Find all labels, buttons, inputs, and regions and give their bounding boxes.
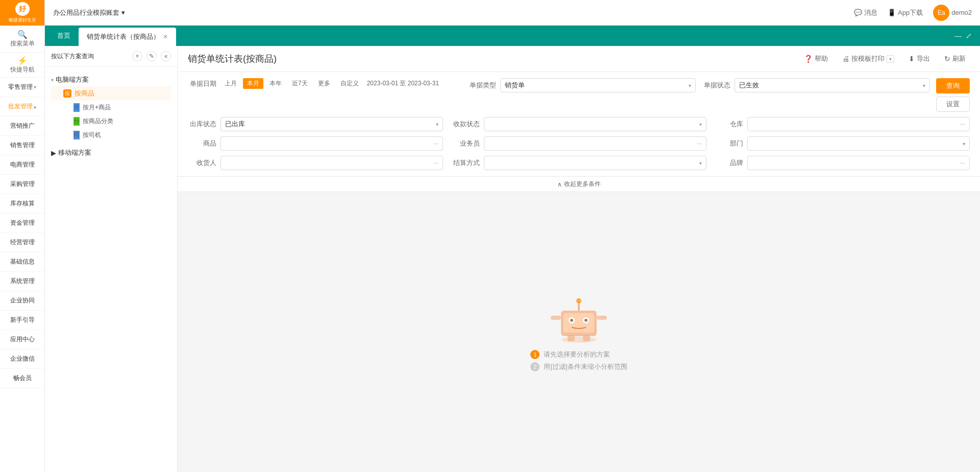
department-arrow: ▾ (963, 141, 965, 147)
sidebar-item-weixin[interactable]: 企业微信 (0, 349, 44, 369)
date-tab-last-month[interactable]: 上月 (220, 78, 241, 89)
svg-point-5 (570, 319, 573, 322)
sidebar-item-apps[interactable]: 应用中心 (0, 330, 44, 349)
date-filter: 上月 本月 本年 近7天 更多 自定义 2023-03-01 至 2023-03… (220, 78, 461, 89)
receiver-select[interactable]: ··· (220, 156, 443, 170)
sidebar-item-system[interactable]: 系统管理 (0, 272, 44, 291)
mobile-group-header[interactable]: ▶ 移动端方案 (51, 146, 171, 159)
date-tab-custom[interactable]: 自定义 (336, 78, 363, 89)
sidebar-item-member[interactable]: 畅会员 (0, 369, 44, 388)
filter-row-3: 商品 ··· 业务员 ··· 部门 (188, 136, 970, 151)
desktop-group-header[interactable]: ▾ 电脑端方案 (51, 73, 171, 86)
receiver-dots[interactable]: ··· (433, 159, 438, 167)
quick-nav[interactable]: ⚡ 快捷导航 (0, 53, 44, 78)
tabs-bar: 首页 销货单统计表（按商品） ✕ — ⤢ (45, 26, 980, 46)
doc-status-select[interactable]: 已生效 ▾ (734, 78, 930, 92)
brand-select[interactable]: ··· (747, 156, 970, 170)
department-label: 部门 (715, 139, 743, 148)
tab-home[interactable]: 首页 (49, 26, 79, 46)
sidebar-item-retail[interactable]: 零售管理 ▾ (0, 78, 44, 97)
sub-scheme-icon: 司 (74, 131, 80, 139)
page-title: 销货单统计表(按商品) (188, 53, 277, 65)
sidebar-item-ecommerce[interactable]: 电商管理 (0, 155, 44, 175)
empty-illustration (548, 293, 609, 344)
stock-status-select[interactable]: 已出库 ▾ (220, 117, 443, 131)
department-select[interactable]: ▾ (747, 136, 970, 151)
svg-rect-9 (551, 316, 561, 320)
brand-dots[interactable]: ··· (960, 159, 965, 167)
sidebar-item-purchase[interactable]: 采购管理 (0, 175, 44, 194)
date-tab-this-month[interactable]: 本月 (243, 78, 263, 89)
sidebar-item-basic[interactable]: 基础信息 (0, 252, 44, 272)
user-menu[interactable]: Ea demo2 (933, 5, 972, 21)
doc-type-arrow: ▾ (689, 83, 691, 88)
refresh-btn[interactable]: ↻ 刷新 (940, 52, 970, 65)
filter-row-4: 收货人 ··· 结算方式 ▾ 品牌 (188, 156, 970, 170)
logo-icon: 好 (15, 2, 30, 16)
tip-num-2: 2 (530, 362, 540, 371)
scheme-tree: ▾ 电脑端方案 按 按商品 月 按月+商品 分 按商品分类 (45, 67, 177, 166)
tab-close-icon[interactable]: ✕ (163, 33, 168, 40)
collapse-filters-btn[interactable]: ∧ 收起更多条件 (557, 180, 601, 188)
app-download-btn[interactable]: 📱 App下载 (888, 8, 923, 17)
warehouse-select[interactable]: ··· (747, 117, 970, 131)
sidebar-item-marketing[interactable]: 营销推广 (0, 116, 44, 136)
warehouse-group: 仓库 ··· (715, 117, 970, 131)
sidebar: 好 畅捷通好生意 🔍 搜索菜单 ⚡ 快捷导航 零售管理 ▾ 批发管理 ▴ 营销推… (0, 0, 45, 472)
collapse-panel-btn[interactable]: « (161, 51, 171, 61)
receipt-status-select[interactable]: ▾ (484, 117, 706, 131)
sidebar-item-inventory[interactable]: 库存核算 (0, 194, 44, 214)
product-select[interactable]: ··· (220, 136, 443, 151)
sidebar-item-operations[interactable]: 经营管理 (0, 233, 44, 252)
sidebar-item-guide[interactable]: 新手引导 (0, 311, 44, 330)
date-label: 单据日期 (188, 79, 216, 88)
svg-point-6 (584, 319, 587, 322)
maximize-icon[interactable]: ⤢ (966, 32, 972, 40)
print-btn[interactable]: 🖨 按模板打印 ▾ (838, 52, 898, 65)
salesperson-select[interactable]: ··· (484, 136, 706, 151)
payment-group: 结算方式 ▾ (451, 156, 706, 170)
receiver-group: 收货人 ··· (188, 156, 443, 170)
help-btn[interactable]: ❓ 帮助 (800, 52, 832, 65)
app-logo: 好 畅捷通好生意 (0, 0, 44, 26)
date-tabs: 上月 本月 本年 近7天 更多 自定义 (220, 78, 363, 89)
warehouse-dots[interactable]: ··· (960, 121, 965, 128)
search-button[interactable]: 查询 (936, 78, 970, 93)
product-dots[interactable]: ··· (433, 140, 438, 147)
export-icon: ⬇ (909, 55, 915, 63)
svg-point-8 (576, 298, 581, 303)
stock-status-label: 出库状态 (188, 120, 216, 129)
scheme-by-category[interactable]: 分 按商品分类 (51, 114, 171, 128)
filter-row-2: 出库状态 已出库 ▾ 收款状态 ▾ 仓库 (188, 117, 970, 131)
doc-type-label: 单据类型 (468, 81, 496, 90)
date-tab-more[interactable]: 更多 (314, 78, 334, 89)
sidebar-item-wholesale[interactable]: 批发管理 ▴ (0, 97, 44, 116)
export-btn[interactable]: ⬇ 导出 (904, 52, 934, 65)
date-range: 2023-03-01 至 2023-03-31 (367, 79, 439, 88)
sidebar-item-sales[interactable]: 销售管理 (0, 136, 44, 155)
department-group: 部门 ▾ (715, 136, 970, 151)
message-btn[interactable]: 💬 消息 (854, 8, 877, 17)
panel-actions: + ✎ « (132, 51, 171, 61)
date-tab-7days[interactable]: 近7天 (288, 78, 312, 89)
page-actions: ❓ 帮助 🖨 按模板打印 ▾ ⬇ 导出 ↻ (800, 52, 970, 65)
search-menu[interactable]: 🔍 搜索菜单 (0, 26, 44, 53)
date-tab-this-year[interactable]: 本年 (265, 78, 286, 89)
scheme-by-driver[interactable]: 司 按司机 (51, 128, 171, 142)
scheme-by-month-product[interactable]: 月 按月+商品 (51, 101, 171, 114)
edit-scheme-btn[interactable]: ✎ (146, 51, 157, 61)
doc-type-select[interactable]: 销货单 ▾ (500, 78, 696, 92)
company-selector[interactable]: 办公用品行业模拟账套 ▾ (53, 8, 125, 17)
salesperson-dots[interactable]: ··· (697, 140, 702, 147)
scheme-by-product[interactable]: 按 按商品 (51, 86, 171, 101)
payment-arrow: ▾ (699, 160, 702, 166)
payment-select[interactable]: ▾ (484, 156, 706, 170)
tab-sales-report[interactable]: 销货单统计表（按商品） ✕ (79, 28, 176, 46)
svg-point-0 (561, 337, 597, 343)
sidebar-item-enterprise[interactable]: 企业协同 (0, 291, 44, 311)
svg-rect-2 (564, 313, 594, 333)
minimize-icon[interactable]: — (954, 32, 962, 40)
sidebar-item-finance[interactable]: 资金管理 (0, 214, 44, 233)
setting-button[interactable]: 设置 (936, 97, 970, 112)
add-scheme-btn[interactable]: + (132, 51, 142, 61)
